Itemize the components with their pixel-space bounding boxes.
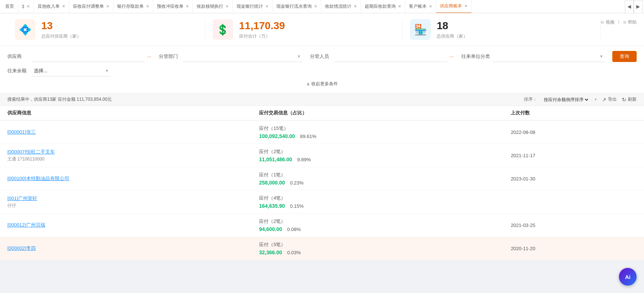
nav-next-arrow[interactable]: ▶ — [634, 0, 643, 13]
tx-amount[interactable]: 100,092,540.00 — [259, 133, 295, 139]
nav-tab-other-income[interactable]: 其他收入单 ✕ — [34, 0, 69, 13]
col-header-transaction: 应付交易信息（占比） — [259, 110, 511, 116]
col-header-supplier: 供应商信息 — [7, 110, 259, 116]
payable-total-label: 应付合计（万） — [239, 33, 285, 39]
export-button[interactable]: ↗ 导出 — [602, 96, 617, 103]
category-select[interactable] — [492, 51, 605, 62]
nav-prev-arrow[interactable]: ◀ — [625, 0, 634, 13]
dept-select[interactable] — [183, 51, 303, 62]
supplier-dots-btn[interactable]: ··· — [147, 54, 151, 59]
collapse-button[interactable]: ∧ 收起更多条件 — [302, 79, 342, 89]
close-icon[interactable]: ✕ — [354, 4, 357, 9]
refresh-button[interactable]: ↻ 刷新 — [622, 96, 637, 103]
tx-row: 应付（2笔） — [259, 148, 511, 155]
dept-filter-label: 分管部门 — [159, 53, 181, 60]
transaction-cell: 应付（2笔） 11,051,486.00 9.89% — [259, 148, 511, 162]
table-row: [001]广州荣轩 仔仔 应付（4笔） 164,635.90 0.15% — [0, 190, 644, 214]
filter-person: 分管人员 ··· — [310, 51, 454, 62]
nav-tab-adjustment[interactable]: 应收应付调整单 ✕ — [69, 0, 113, 13]
close-icon[interactable]: ✕ — [265, 4, 269, 9]
supplier-link[interactable]: [000007]恒旺二手叉车 — [7, 149, 259, 155]
nav-tab-customer-book[interactable]: 客户账本 ✕ — [405, 0, 436, 13]
nav-tab-home[interactable]: 首页 — [1, 0, 18, 13]
supplier-cell: [000012]广州贝瑞 — [7, 222, 259, 228]
category-filter-label: 往来单位分类 — [461, 53, 490, 60]
sort-label: 排序： — [524, 96, 537, 103]
tx-percent: 0.08% — [287, 227, 301, 232]
person-dots-btn[interactable]: ··· — [449, 54, 454, 59]
last-pay-date: 2023-01-30 — [511, 176, 535, 182]
supplier-sub: 仔仔 — [7, 203, 259, 209]
payable-suppliers-text: 13 总应付供应商（家） — [41, 20, 81, 39]
summary-bar: 💠 13 总应付供应商（家） 💲 11,170.39 应付合计（万） 🏪 18 … — [0, 13, 644, 46]
supplier-cell: [000001]张三 — [7, 129, 259, 135]
person-filter-label: 分管人员 — [310, 53, 332, 60]
summary-card-payable-suppliers: 💠 13 总应付供应商（家） — [7, 19, 205, 40]
supplier-link[interactable]: [000002]李四 — [7, 245, 259, 252]
tx-amount-row: 11,051,486.00 9.89% — [259, 156, 511, 162]
balance-filter-label: 往来余额 — [7, 68, 29, 74]
close-icon[interactable]: ✕ — [106, 4, 109, 9]
supplier-input[interactable] — [32, 51, 145, 62]
tx-amount-row: 32,366.00 0.03% — [259, 249, 511, 255]
payable-suppliers-label: 总应付供应商（家） — [41, 33, 81, 39]
tx-amount[interactable]: 11,051,486.00 — [259, 156, 292, 162]
supplier-link[interactable]: [000012]广州贝瑞 — [7, 222, 259, 228]
table-row: [000100]本特勤油品有限公司 应付（1笔） 258,000.00 0.23… — [0, 167, 644, 190]
nav-tab-overdue[interactable]: 超期应收款查询 ✕ — [361, 0, 405, 13]
close-icon[interactable]: ✕ — [146, 4, 149, 9]
nav-tab-prepaid[interactable]: 预收冲应收单 ✕ — [153, 0, 193, 13]
payable-total-text: 11,170.39 应付合计（万） — [239, 20, 285, 39]
close-icon[interactable]: ✕ — [464, 4, 468, 8]
close-icon[interactable]: ✕ — [62, 4, 65, 9]
nav-tab-collection[interactable]: 收款核销执行 ✕ — [193, 0, 233, 13]
tx-row: 应付（1笔） — [259, 172, 511, 178]
nav-tab-bank-deposit[interactable]: 银行存取款单 ✕ — [113, 0, 153, 13]
tx-label: 应付（1笔） — [259, 172, 286, 178]
tx-percent: 0.03% — [287, 250, 301, 255]
tx-amount[interactable]: 164,635.90 — [259, 203, 285, 209]
tx-percent: 89.61% — [300, 134, 316, 139]
tx-amount[interactable]: 258,000.00 — [259, 180, 285, 186]
balance-select-wrap: 选择... ▾ — [32, 65, 111, 76]
close-icon[interactable]: ✕ — [314, 4, 317, 9]
supplier-link[interactable]: [000001]张三 — [7, 129, 259, 135]
close-icon[interactable]: ✕ — [27, 4, 30, 9]
close-icon[interactable]: ✕ — [398, 4, 401, 9]
close-icon[interactable]: ✕ — [186, 4, 189, 9]
close-icon[interactable]: ✕ — [225, 4, 229, 9]
summary-card-payable-total: 💲 11,170.39 应付合计（万） — [205, 19, 403, 40]
query-button[interactable]: 查询 — [612, 51, 637, 62]
person-input[interactable] — [334, 51, 447, 62]
tx-amount[interactable]: 32,366.00 — [259, 249, 282, 255]
nav-tab-cash-bank-stats[interactable]: 现金银行统计 ✕ — [233, 0, 273, 13]
tx-amount-row: 258,000.00 0.23% — [259, 180, 511, 186]
supplier-link[interactable]: [001]广州荣轩 — [7, 195, 259, 202]
close-icon[interactable]: ✕ — [429, 4, 432, 9]
sort-select[interactable]: 按应付余额倒序排序 — [542, 97, 589, 103]
supplier-link[interactable]: [000100]本特勤油品有限公司 — [7, 175, 259, 182]
video-link[interactable]: ⊙ 视频 — [601, 19, 614, 25]
nav-tab-collection-stats[interactable]: 收款情况统计 ✕ — [321, 0, 361, 13]
help-link[interactable]: ⊙ 帮助 — [623, 19, 637, 25]
supplier-cell: [000100]本特勤油品有限公司 — [7, 175, 259, 182]
tx-label: 应付（2笔） — [259, 148, 286, 155]
last-pay-date: 2020-11-20 — [511, 246, 535, 251]
payable-total-num: 11,170.39 — [239, 20, 285, 32]
transaction-cell: 应付（4笔） 164,635.90 0.15% — [259, 195, 511, 209]
filter-category: 往来单位分类 ▾ — [461, 51, 605, 62]
tx-amount[interactable]: 94,600.00 — [259, 226, 282, 232]
payable-suppliers-num: 13 — [41, 20, 81, 32]
last-pay-date: 2022-08-08 — [511, 130, 535, 135]
nav-tab-3[interactable]: 3 ✕ — [18, 0, 34, 13]
summary-card-total-suppliers: 🏪 18 总供应商（家） — [403, 19, 601, 40]
last-pay-cell: 2021-03-25 — [511, 223, 637, 228]
nav-tab-supplier-book[interactable]: 供应商账本 ✕ — [436, 0, 472, 13]
balance-select[interactable]: 选择... — [32, 65, 111, 76]
supplier-cell: [000002]李四 — [7, 245, 259, 252]
nav-tab-cash-bank-flow[interactable]: 现金银行流水查询 ✕ — [273, 0, 321, 13]
supplier-sub: 王通 17106110000 — [7, 156, 259, 162]
top-nav: 首页 3 ✕ 其他收入单 ✕ 应收应付调整单 ✕ 银行存取款单 ✕ 预收冲应收单… — [0, 0, 644, 13]
filter-balance: 往来余额 选择... ▾ — [7, 65, 111, 76]
last-pay-cell: 2023-01-30 — [511, 176, 637, 182]
